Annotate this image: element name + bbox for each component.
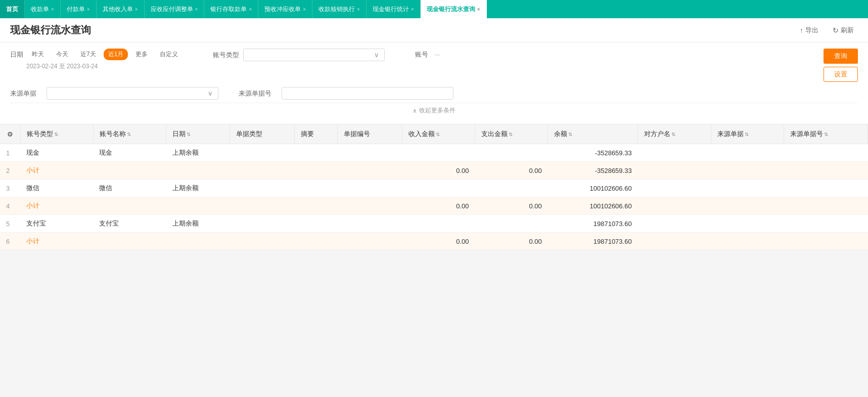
sort-icon: ⇅ (54, 131, 58, 137)
refresh-button[interactable]: ↻ 刷新 (829, 24, 858, 37)
account-type-select[interactable]: ∨ (243, 49, 385, 61)
source-doc-no-cell (784, 144, 867, 162)
close-icon[interactable]: × (303, 7, 306, 12)
date-btn-yesterday[interactable]: 昨天 (27, 49, 49, 60)
page-title: 现金银行流水查询 (10, 23, 91, 37)
date-btn-7days[interactable]: 近7天 (76, 49, 101, 60)
more-options-icon[interactable]: ··· (432, 49, 442, 60)
source-doc-cell (711, 197, 784, 215)
sort-icon: ⇅ (436, 131, 440, 137)
row-num: 2 (0, 162, 20, 180)
nav-tab-writeoff[interactable]: 收款核销执行 × (312, 0, 367, 18)
col-date[interactable]: 日期⇅ (166, 124, 230, 144)
col-settings[interactable]: ⚙ (0, 124, 20, 144)
col-account-type[interactable]: 账号类型⇅ (20, 124, 93, 144)
nav-tab-bank-flow[interactable]: 现金银行流水查询 × (421, 0, 487, 18)
close-icon[interactable]: × (195, 7, 198, 12)
settings-button[interactable]: 设置 (824, 67, 858, 82)
close-icon[interactable]: × (477, 7, 480, 12)
refresh-icon: ↻ (833, 26, 839, 34)
account-name-cell: 微信 (93, 180, 166, 197)
balance-cell: -3528659.33 (548, 144, 638, 162)
summary-cell (295, 197, 338, 215)
expense-cell (475, 144, 547, 162)
refresh-label: 刷新 (841, 26, 854, 35)
nav-tab-payment[interactable]: 付款单 × (61, 0, 97, 18)
close-icon[interactable]: × (87, 7, 90, 12)
header-actions: ↑ 导出 ↻ 刷新 (796, 24, 858, 37)
doc-no-cell (337, 144, 402, 162)
tab-label: 应收应付调整单 (151, 5, 193, 14)
close-icon[interactable]: × (249, 7, 252, 12)
source-doc-no-cell (784, 162, 867, 180)
close-icon[interactable]: × (135, 7, 138, 12)
doc-no-cell (337, 197, 402, 215)
col-balance[interactable]: 余额⇅ (548, 124, 638, 144)
tab-label: 银行存取款单 (210, 5, 247, 14)
source-doc-no-cell (784, 233, 867, 250)
account-type-cell: 现金 (20, 144, 93, 162)
account-type-cell: 小计 (20, 233, 93, 250)
close-icon[interactable]: × (51, 7, 54, 12)
date-btn-custom[interactable]: 自定义 (155, 49, 182, 60)
summary-cell (295, 144, 338, 162)
collapse-up-icon: ∧ (413, 107, 417, 114)
table-row: 4小计0.000.00100102606.60 (0, 197, 868, 215)
balance-cell: 100102606.60 (548, 180, 638, 197)
main-table: ⚙ 账号类型⇅ 账号名称⇅ 日期⇅ 单据类型 摘要 单据编号 收入金额⇅ (0, 124, 868, 250)
sort-icon: ⇅ (127, 131, 131, 137)
col-account-name[interactable]: 账号名称⇅ (93, 124, 166, 144)
col-expense[interactable]: 支出金额⇅ (475, 124, 547, 144)
col-source-doc[interactable]: 来源单据⇅ (711, 124, 784, 144)
doc-type-cell (230, 162, 295, 180)
account-label: 账号 (415, 50, 428, 59)
date-cell: 上期余额 (166, 144, 230, 162)
nav-tab-prepayment[interactable]: 预收冲应收单 × (258, 0, 312, 18)
income-cell (402, 144, 475, 162)
expense-cell (475, 215, 547, 233)
summary-cell (295, 215, 338, 233)
col-doc-no: 单据编号 (337, 124, 402, 144)
summary-cell (295, 162, 338, 180)
source-doc-cell (711, 162, 784, 180)
date-btn-1month[interactable]: 近1月 (104, 49, 128, 60)
col-income[interactable]: 收入金额⇅ (402, 124, 475, 144)
close-icon[interactable]: × (357, 7, 360, 12)
nav-tab-bank-stats[interactable]: 现金银行统计 × (367, 0, 421, 18)
col-counterpart[interactable]: 对方户名⇅ (638, 124, 711, 144)
source-doc-num-input[interactable] (282, 87, 453, 100)
nav-tab-bank-deposit[interactable]: 银行存取款单 × (204, 0, 258, 18)
export-button[interactable]: ↑ 导出 (796, 24, 823, 37)
collapse-filter-toggle[interactable]: ∧ 收起更多条件 (10, 103, 858, 118)
row-num: 1 (0, 144, 20, 162)
source-doc-cell (711, 215, 784, 233)
nav-tab-home[interactable]: 首页 (0, 0, 25, 18)
nav-tab-other-income[interactable]: 其他收入单 × (97, 0, 145, 18)
row-num: 3 (0, 180, 20, 197)
balance-cell: 19871073.60 (548, 215, 638, 233)
col-source-doc-no[interactable]: 来源单据号⇅ (784, 124, 867, 144)
counterpart-cell (638, 144, 711, 162)
tab-label: 其他收入单 (103, 5, 133, 14)
table-header-row: ⚙ 账号类型⇅ 账号名称⇅ 日期⇅ 单据类型 摘要 单据编号 收入金额⇅ (0, 124, 868, 144)
date-btn-today[interactable]: 今天 (52, 49, 73, 60)
tab-label: 现金银行流水查询 (427, 5, 475, 14)
expense-cell: 0.00 (475, 197, 547, 215)
tab-label: 收款核销执行 (318, 5, 355, 14)
dropdown-arrow-icon: ∨ (374, 51, 379, 59)
date-cell (166, 162, 230, 180)
nav-tab-adjustment[interactable]: 应收应付调整单 × (145, 0, 205, 18)
account-name-cell: 现金 (93, 144, 166, 162)
counterpart-cell (638, 180, 711, 197)
nav-tab-receipt[interactable]: 收款单 × (25, 0, 61, 18)
export-label: 导出 (805, 26, 818, 35)
row-num: 4 (0, 197, 20, 215)
expense-cell: 0.00 (475, 162, 547, 180)
doc-no-cell (337, 233, 402, 250)
source-doc-select[interactable]: ∨ (47, 87, 218, 100)
date-btn-more[interactable]: 更多 (131, 49, 152, 60)
close-icon[interactable]: × (411, 7, 414, 12)
query-button[interactable]: 查询 (824, 49, 858, 64)
col-doc-type: 单据类型 (230, 124, 295, 144)
col-summary: 摘要 (295, 124, 338, 144)
